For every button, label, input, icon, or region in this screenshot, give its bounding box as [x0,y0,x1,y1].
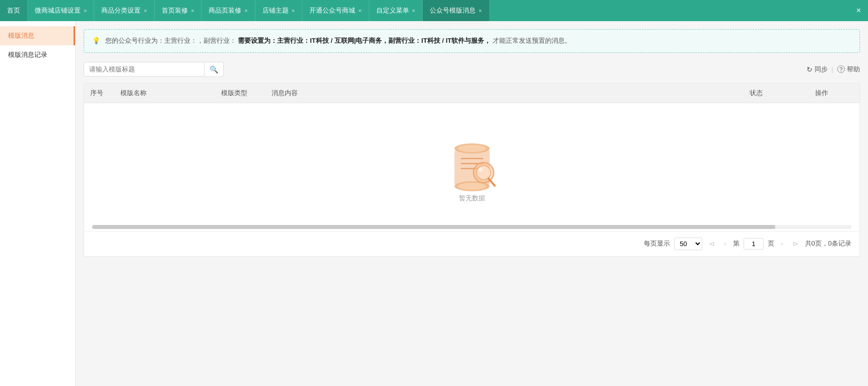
col-header-type: 模版类型 [215,84,265,103]
scroll-wrap [84,223,859,231]
sync-icon: ↻ [807,65,813,73]
notice-icon: 💡 [92,37,100,44]
nav-tab-template-msg[interactable]: 公众号模版消息 × [423,0,489,21]
empty-row: 暂无数据 [84,103,859,223]
first-page-button[interactable]: ⊲ [706,239,717,249]
data-table: 序号 模版名称 模版类型 消息内容 状态 操作 [84,84,859,223]
prev-page-button[interactable]: ‹ [721,239,729,249]
empty-illustration [439,133,505,194]
close-tab-product-decor[interactable]: × [244,8,247,14]
help-icon: ? [837,65,845,73]
nav-tab-wechat-shop[interactable]: 开通公众号商城 × [302,0,369,21]
next-page-button[interactable]: › [778,239,786,249]
col-header-name: 模版名称 [114,84,215,103]
top-nav: 首页 微商城店铺设置 × 商品分类设置 × 首页装修 × 商品页装修 × 店铺主… [0,0,868,21]
sidebar: 模版消息 模版消息记录 [0,21,76,386]
toolbar-right: ↻ 同步 | ? 帮助 [807,65,860,74]
empty-text: 暂无数据 [459,194,485,203]
svg-point-5 [458,183,486,190]
col-header-content: 消息内容 [265,84,744,103]
content-area: 💡 您的公众号行业为：主营行业：，副营行业： 需要设置为：主营行业：IT科技 /… [76,21,868,386]
sidebar-item-template-msg[interactable]: 模版消息 [0,26,75,45]
nav-tab-product-decor[interactable]: 商品页装修 × [202,0,255,21]
close-tab-theme[interactable]: × [292,8,295,14]
toolbar-divider: | [832,65,833,73]
close-all-button[interactable]: × [849,0,868,21]
nav-tab-home-decor[interactable]: 首页装修 × [155,0,202,21]
sidebar-item-template-msg-log[interactable]: 模版消息记录 [0,45,75,64]
svg-point-3 [458,145,486,152]
svg-point-12 [479,168,483,172]
page-number-input[interactable] [744,238,764,250]
close-tab-home-decor[interactable]: × [191,8,194,14]
search-input[interactable] [84,62,205,76]
col-header-status: 状态 [744,84,809,103]
notice-box: 💡 您的公众号行业为：主营行业：，副营行业： 需要设置为：主营行业：IT科技 /… [84,29,860,53]
help-button[interactable]: ? 帮助 [837,65,860,74]
search-bar: 🔍 ↻ 同步 | ? 帮助 [84,62,860,77]
main-layout: 模版消息 模版消息记录 💡 您的公众号行业为：主营行业：，副营行业： 需要设置为… [0,21,868,386]
empty-state: 暂无数据 [84,103,859,223]
close-tab-wechat-shop[interactable]: × [358,8,361,14]
pagination-bar: 每页显示 10 20 50 100 ⊲ ‹ 第 页 › ⊳ 共0页，0条记录 [84,231,859,256]
table-container: 序号 模版名称 模版类型 消息内容 状态 操作 [84,83,860,257]
svg-point-10 [477,166,491,180]
sync-button[interactable]: ↻ 同步 [807,65,828,74]
close-tab-template-msg[interactable]: × [479,8,482,14]
close-tab-shop-settings[interactable]: × [84,8,87,14]
nav-tab-category[interactable]: 商品分类设置 × [94,0,154,21]
scroll-thumb[interactable] [92,225,775,229]
page-size-select[interactable]: 10 20 50 100 [674,238,702,250]
search-button[interactable]: 🔍 [205,62,224,77]
col-header-index: 序号 [84,84,114,103]
nav-tab-theme[interactable]: 店铺主题 × [255,0,302,21]
table-body: 暂无数据 [84,103,859,223]
col-header-action: 操作 [809,84,859,103]
scroll-track[interactable] [92,225,851,229]
close-tab-category[interactable]: × [144,8,147,14]
nav-tab-shop-settings[interactable]: 微商城店铺设置 × [28,0,94,21]
search-icon: 🔍 [210,65,218,73]
table-header: 序号 模版名称 模版类型 消息内容 状态 操作 [84,84,859,103]
nav-tab-home[interactable]: 首页 [0,0,28,21]
nav-tab-custom-menu[interactable]: 自定义菜单 × [369,0,423,21]
close-tab-custom-menu[interactable]: × [412,8,415,14]
last-page-button[interactable]: ⊳ [790,239,801,249]
